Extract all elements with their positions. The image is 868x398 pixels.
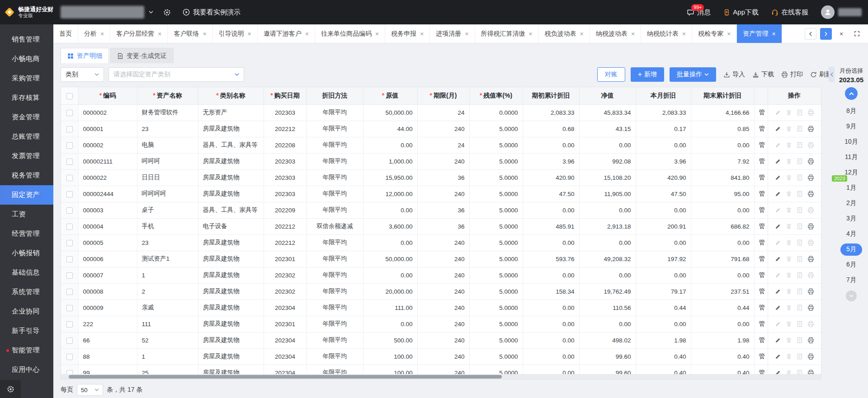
sidebar-item[interactable]: 工资	[0, 205, 53, 224]
tab[interactable]: 税负波动表×	[539, 24, 590, 43]
edit-icon[interactable]	[775, 353, 781, 360]
tab[interactable]: 往来单位商品编码×	[315, 24, 385, 43]
print-icon[interactable]	[807, 337, 814, 344]
row-checkbox[interactable]	[66, 321, 73, 328]
close-all-tabs-button[interactable]: ×	[835, 28, 847, 40]
print-icon[interactable]	[807, 256, 814, 262]
sidebar-item[interactable]: 企业协同	[0, 302, 53, 321]
month-item[interactable]: 4月	[840, 226, 862, 242]
user-menu[interactable]	[821, 5, 862, 19]
row-checkbox[interactable]	[66, 256, 73, 262]
row-checkbox[interactable]	[66, 240, 73, 246]
delete-icon[interactable]	[786, 174, 792, 181]
delete-icon[interactable]	[786, 239, 792, 246]
row-checkbox[interactable]	[66, 207, 73, 214]
delete-icon[interactable]	[786, 370, 792, 374]
row-checkbox[interactable]	[66, 110, 73, 116]
edit-icon[interactable]	[775, 337, 781, 343]
print-icon[interactable]	[807, 207, 814, 214]
tab-close-icon[interactable]: ×	[772, 31, 775, 37]
fullscreen-button[interactable]	[851, 28, 863, 40]
sidebar-item[interactable]: 发票管理	[0, 146, 53, 166]
print-icon[interactable]	[807, 304, 814, 311]
sidebar-item[interactable]: 经营管理	[0, 224, 53, 243]
edit-icon[interactable]	[775, 158, 781, 164]
row-checkbox[interactable]	[66, 142, 73, 149]
tab-close-icon[interactable]: ×	[248, 31, 251, 37]
horizontal-scrollbar-thumb[interactable]	[69, 375, 502, 379]
month-item[interactable]: 5月	[840, 242, 862, 257]
voucher-icon[interactable]	[797, 337, 803, 343]
voucher-icon[interactable]	[797, 370, 803, 374]
delete-icon[interactable]	[786, 191, 792, 197]
print-icon[interactable]	[807, 370, 814, 374]
voucher-icon[interactable]	[797, 321, 803, 327]
tab[interactable]: 资产管理×	[737, 24, 782, 43]
month-scroll-up-button[interactable]	[845, 87, 858, 100]
row-checkbox[interactable]	[66, 305, 73, 311]
row-checkbox[interactable]	[66, 272, 73, 279]
row-checkbox[interactable]	[66, 289, 73, 295]
voucher-icon[interactable]	[797, 109, 803, 116]
voucher-icon[interactable]	[797, 223, 803, 229]
sidebar-item[interactable]: 系统管理	[0, 282, 53, 302]
row-checkbox[interactable]	[66, 191, 73, 197]
row-checkbox[interactable]	[66, 354, 73, 360]
row-checkbox[interactable]	[66, 126, 73, 132]
tab[interactable]: 税检专家×	[692, 24, 737, 43]
app-download-button[interactable]: App下载	[723, 8, 759, 17]
sidebar-item[interactable]: 智能管理	[0, 341, 53, 360]
tab[interactable]: 客户联络×	[168, 24, 212, 43]
print-icon[interactable]	[807, 109, 814, 116]
subtab[interactable]: 变更·生成凭证	[110, 48, 174, 63]
voucher-icon[interactable]	[797, 142, 803, 148]
edit-icon[interactable]	[775, 256, 781, 262]
sidebar-item[interactable]: 基础信息	[0, 263, 53, 282]
tab[interactable]: 分析×	[78, 24, 110, 43]
print-icon[interactable]	[807, 321, 814, 328]
print-icon[interactable]	[807, 174, 814, 181]
tab-close-icon[interactable]: ×	[529, 31, 533, 37]
tab[interactable]: 客户分层经营×	[110, 24, 168, 43]
voucher-icon[interactable]	[797, 191, 803, 197]
voucher-icon[interactable]	[797, 288, 803, 295]
edit-icon[interactable]	[775, 272, 781, 278]
tab[interactable]: 进项清册×	[430, 24, 475, 43]
edit-icon[interactable]	[775, 223, 781, 229]
row-checkbox[interactable]	[66, 370, 73, 374]
delete-icon[interactable]	[786, 321, 792, 327]
print-icon[interactable]	[807, 142, 814, 149]
month-panel-collapse-handle[interactable]	[829, 67, 835, 82]
sidebar-item[interactable]: 新手引导	[0, 321, 53, 341]
print-icon[interactable]	[807, 353, 814, 360]
month-item[interactable]: 1月	[840, 180, 862, 196]
tab[interactable]: 引导说明×	[213, 24, 258, 43]
print-icon[interactable]	[807, 272, 814, 279]
voucher-icon[interactable]	[797, 158, 803, 164]
voucher-icon[interactable]	[797, 239, 803, 246]
subtab[interactable]: 资产明细	[61, 48, 109, 63]
month-scroll-down-button[interactable]	[846, 290, 857, 301]
tab-close-icon[interactable]: ×	[631, 31, 635, 37]
voucher-icon[interactable]	[797, 304, 803, 311]
edit-icon[interactable]	[775, 321, 781, 327]
edit-icon[interactable]	[775, 142, 781, 148]
tab-close-icon[interactable]: ×	[580, 31, 584, 37]
delete-icon[interactable]	[786, 256, 792, 262]
print-icon[interactable]	[807, 288, 814, 295]
delete-icon[interactable]	[786, 109, 792, 116]
print-icon[interactable]	[807, 158, 814, 165]
month-item[interactable]: 10月	[840, 134, 862, 150]
print-icon[interactable]	[807, 239, 814, 246]
tab-close-icon[interactable]: ×	[375, 31, 379, 37]
delete-icon[interactable]	[786, 158, 792, 164]
select-all-checkbox[interactable]	[66, 93, 73, 99]
edit-icon[interactable]	[775, 370, 781, 374]
tab-close-icon[interactable]: ×	[305, 31, 309, 37]
edit-icon[interactable]	[775, 109, 781, 116]
sidebar-item[interactable]: 库存核算	[0, 88, 53, 108]
delete-icon[interactable]	[786, 207, 792, 213]
demo-link[interactable]: 我要看实例演示	[183, 8, 241, 17]
sidebar-item[interactable]: 总账管理	[0, 127, 53, 146]
month-item[interactable]: 7月	[840, 272, 862, 288]
